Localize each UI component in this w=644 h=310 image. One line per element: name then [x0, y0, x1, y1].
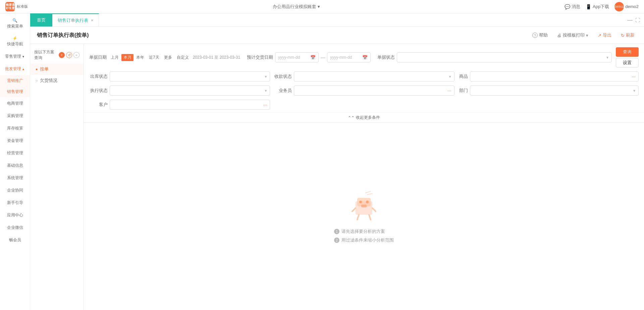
execution-status-select[interactable]: [110, 86, 270, 96]
expected-date-end[interactable]: yyyy-mm-dd 📅: [327, 52, 371, 62]
date-tab-thismonth[interactable]: 本月: [121, 54, 133, 61]
delivery-status-block: 出库状态 ▼: [89, 71, 270, 82]
sidebar-item-operations[interactable]: 经营管理: [0, 147, 30, 159]
salesperson-label: 业务员: [273, 88, 292, 94]
minimize-btn[interactable]: —: [627, 17, 633, 23]
date-tab-lastmonth[interactable]: 上月: [109, 54, 121, 61]
logo-area: 畅捷通好生意 标准版: [5, 2, 28, 11]
page-wrapper: 销售订单执行表(按单) ? 帮助 🖨 按模板打印 ▾ ↗: [30, 27, 644, 310]
query-btn-group: 查询 设置: [616, 47, 639, 67]
sidebar-item-ecommerce[interactable]: 电商管理: [0, 97, 30, 110]
tab-close-icon[interactable]: ×: [91, 18, 93, 23]
sidebar-item-inventory[interactable]: 库存核算: [0, 122, 30, 135]
app-download-btn[interactable]: 📱 App下载: [586, 4, 609, 10]
filter-row-4: 客户 ···: [84, 98, 644, 112]
schema-add-btn[interactable]: +: [59, 52, 65, 58]
message-icon: 💬: [565, 4, 570, 9]
calendar-end-icon: 📅: [362, 55, 368, 60]
execution-status-label: 执行状态: [89, 88, 108, 94]
sidebar-item-search[interactable]: 🔍 搜索菜单: [0, 15, 30, 33]
svg-point-3: [366, 201, 369, 203]
empty-tip-2: 2 用过滤条件来缩小分析范围: [334, 237, 394, 243]
schema-item-icon: ●: [36, 67, 38, 71]
svg-point-2: [359, 201, 362, 203]
date-tab-thisyear[interactable]: 本年: [134, 54, 146, 61]
sidebar-item-basic-info[interactable]: 基础信息: [0, 159, 30, 172]
salesperson-picker-btn[interactable]: ···: [447, 88, 451, 93]
page-header: 销售订单执行表(按单) ? 帮助 🖨 按模板打印 ▾ ↗: [30, 27, 644, 44]
page-actions: ? 帮助 🖨 按模板打印 ▾ ↗ 导出 ↻: [530, 31, 637, 40]
sidebar-item-purchase[interactable]: 采购管理: [0, 110, 30, 122]
filter-row-3: 执行状态 ▼ 业务员: [84, 84, 644, 98]
date-tab-custom[interactable]: 自定义: [175, 54, 191, 61]
content-split: 按以下方案查询 + ↺ « ● 按单 ○: [30, 44, 644, 310]
sidebar-item-wholesale[interactable]: 批发管理 ▲: [0, 63, 30, 75]
filter-section: 单据日期 上月 本月 本年 近7天 更多 自定义: [84, 44, 644, 123]
collapse-icon: ⌃⌃: [348, 115, 355, 120]
refresh-btn[interactable]: ↻ 刷新: [618, 31, 637, 40]
print-btn[interactable]: 🖨 按模板打印 ▾: [554, 31, 591, 40]
export-btn[interactable]: ↗ 导出: [595, 31, 614, 40]
filter-date-block: 单据日期 上月 本月 本年 近7天 更多 自定义: [89, 54, 240, 61]
execution-status-block: 执行状态 ▼: [89, 86, 270, 96]
message-btn[interactable]: 💬 消息: [565, 4, 580, 10]
sidebar-item-enterprise[interactable]: 企业协同: [0, 184, 30, 197]
schema-reset-btn[interactable]: ↺: [66, 52, 72, 58]
empty-tip-1: 1 请先选择要分析的方案: [334, 228, 394, 235]
tab-home[interactable]: 首页: [30, 13, 52, 27]
customer-picker-btn[interactable]: ···: [263, 102, 267, 107]
empty-illustration: [347, 190, 381, 223]
maximize-btn[interactable]: ⛶: [635, 17, 640, 23]
sidebar-item-app-center[interactable]: 应用中心: [0, 209, 30, 221]
page-title: 销售订单执行表(按单): [37, 32, 89, 39]
industry-selector[interactable]: 办公用品行业模拟账套 ▾: [273, 4, 320, 10]
filter-status-block: 单据状态 ▼: [377, 52, 612, 62]
delivery-status-select[interactable]: [110, 71, 270, 82]
right-content: 首页 销售订单执行表 × — ⛶ 销售订单执行表(按单): [30, 13, 644, 310]
schema-collapse-btn[interactable]: «: [73, 52, 79, 58]
sidebar-item-quick-nav[interactable]: ⚡ 快捷导航: [0, 33, 30, 50]
top-bar-left: 畅捷通好生意 标准版: [5, 2, 28, 11]
tab-sales-order[interactable]: 销售订单执行表 ×: [52, 13, 99, 27]
svg-line-8: [369, 215, 371, 220]
user-avatar-btn[interactable]: demo2 demo2: [614, 2, 639, 11]
sidebar-wholesale-sub: 营销推广 销售管理: [0, 75, 30, 97]
query-button[interactable]: 查询: [616, 47, 639, 57]
top-bar: 畅捷通好生意 标准版 办公用品行业模拟账套 ▾ 💬 消息 📱 App下载: [0, 0, 644, 13]
schema-item-icon2: ○: [36, 79, 38, 83]
sidebar-item-guide[interactable]: 新手引导: [0, 197, 30, 209]
filter-row-2: 出库状态 ▼ 收款状态: [84, 69, 644, 84]
export-icon: ↗: [598, 33, 601, 38]
svg-line-6: [372, 208, 376, 211]
product-picker-btn[interactable]: ···: [632, 74, 636, 79]
tab-bar: 首页 销售订单执行表 × — ⛶: [30, 13, 644, 27]
help-btn[interactable]: ? 帮助: [530, 31, 550, 40]
department-select[interactable]: [470, 86, 639, 96]
sidebar-item-sales-mgmt[interactable]: 销售管理: [0, 86, 30, 97]
svg-line-10: [367, 194, 372, 195]
sidebar-item-member[interactable]: 畅会员: [0, 234, 30, 246]
filter-expected-date-block: 预计交货日期 yyyy-mm-dd 📅 — yyyy-mm-dd 📅: [247, 52, 371, 62]
avatar: demo2: [614, 2, 624, 11]
schema-item-shortage[interactable]: ○ 欠货情况: [30, 75, 84, 86]
sidebar-item-finance[interactable]: 资金管理: [0, 135, 30, 147]
customer-block: 客户 ···: [89, 100, 270, 110]
expected-date-label: 预计交货日期: [247, 54, 273, 60]
sidebar-item-system[interactable]: 系统管理: [0, 172, 30, 184]
sidebar: 🔍 搜索菜单 ⚡ 快捷导航 零售管理 ▼ 批发管理 ▲ 营销推广 销售管理 电商…: [0, 13, 30, 310]
sidebar-item-marketing[interactable]: 营销推广: [0, 75, 30, 86]
settings-button[interactable]: 设置: [616, 58, 639, 67]
product-block: 商品 ···: [458, 71, 639, 82]
filter-row-1: 单据日期 上月 本月 本年 近7天 更多 自定义: [84, 44, 644, 69]
date-tab-more[interactable]: 更多: [162, 54, 174, 61]
date-tab-7days[interactable]: 近7天: [147, 54, 161, 61]
receipt-status-select[interactable]: [294, 71, 454, 82]
sidebar-item-retail[interactable]: 零售管理 ▼: [0, 50, 30, 63]
sidebar-item-wechat[interactable]: 企业微信: [0, 221, 30, 234]
svg-line-5: [352, 208, 356, 211]
schema-item-order[interactable]: ● 按单: [30, 63, 84, 75]
status-select[interactable]: [397, 52, 612, 62]
collapse-btn[interactable]: ⌃⌃ 收起更多条件: [348, 115, 380, 120]
status-select-wrapper: ▼: [397, 52, 612, 62]
expected-date-start[interactable]: yyyy-mm-dd 📅: [275, 52, 319, 62]
